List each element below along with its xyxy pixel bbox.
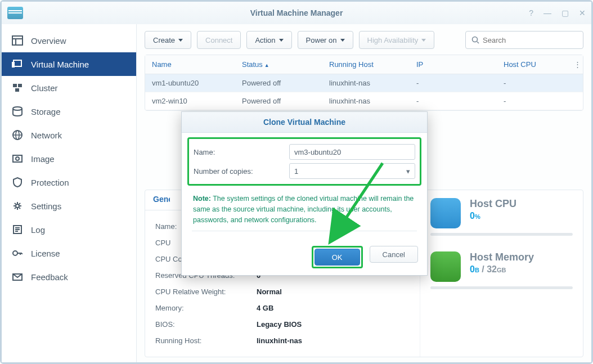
svg-point-14 — [16, 204, 19, 208]
svg-rect-6 — [18, 84, 22, 87]
svg-line-22 — [477, 42, 479, 43]
cluster-icon — [12, 83, 23, 93]
cancel-button[interactable]: Cancel — [370, 246, 418, 263]
help-icon[interactable]: ? — [529, 8, 533, 17]
vm-table: Name Status▲ Running Host IP Host CPU ⋮ … — [145, 55, 583, 111]
col-cpu[interactable]: Host CPU — [497, 60, 572, 69]
copies-select[interactable]: 1 ▾ — [289, 163, 415, 179]
svg-point-13 — [16, 157, 19, 160]
close-icon[interactable]: ✕ — [579, 8, 586, 17]
host-memory-metric: Host Memory 0B / 32GB — [430, 251, 573, 289]
sidebar-item-virtual-machine[interactable]: Virtual Machine — [2, 52, 136, 76]
sidebar-item-feedback[interactable]: Feedback — [2, 265, 136, 289]
clone-name-input[interactable] — [289, 144, 415, 160]
chevron-down-icon — [421, 39, 426, 42]
table-row[interactable]: vm2-win10 Powered off linuxhint-nas - - — [145, 92, 583, 110]
sidebar-item-label: Settings — [31, 201, 61, 211]
gear-icon — [12, 201, 23, 211]
sidebar-item-label: Storage — [31, 107, 61, 116]
image-icon — [12, 154, 23, 164]
sidebar-item-label: Cluster — [31, 83, 58, 93]
sidebar-item-settings[interactable]: Settings — [2, 194, 136, 218]
dialog-note: Note: The system settings of the cloned … — [192, 190, 417, 231]
col-name[interactable]: Name — [145, 60, 235, 69]
sidebar-item-overview[interactable]: Overview — [2, 29, 136, 52]
table-menu-icon[interactable]: ⋮ — [572, 60, 583, 69]
mail-icon — [12, 272, 23, 282]
sidebar-item-cluster[interactable]: Cluster — [2, 76, 136, 100]
log-icon — [12, 224, 23, 235]
col-ip[interactable]: IP — [410, 60, 497, 69]
storage-icon — [12, 106, 23, 116]
host-cpu-metric: Host CPU 0% — [430, 198, 573, 236]
sidebar-item-label: Log — [31, 225, 45, 235]
create-button[interactable]: Create — [145, 31, 191, 49]
window-title: Virtual Machine Manager — [2, 8, 591, 17]
sidebar-item-label: Feedback — [31, 272, 68, 282]
action-button[interactable]: Action — [246, 31, 291, 49]
search-icon — [471, 36, 479, 44]
chevron-down-icon: ▾ — [406, 167, 410, 176]
memory-bar — [430, 286, 573, 289]
highlight-box: Name: Number of copies: 1 ▾ — [187, 137, 421, 186]
clone-vm-dialog: Clone Virtual Machine Name: Number of co… — [181, 111, 428, 276]
sidebar-item-label: Overview — [31, 36, 66, 46]
maximize-icon[interactable]: ▢ — [561, 8, 569, 17]
tab-general[interactable]: General — [153, 195, 170, 204]
cpu-bar — [430, 233, 573, 236]
ok-button[interactable]: OK — [315, 249, 360, 266]
search-input[interactable] — [483, 36, 577, 44]
chevron-down-icon — [340, 39, 345, 42]
search-box[interactable] — [465, 31, 583, 49]
sidebar-item-log[interactable]: Log — [2, 218, 136, 241]
sidebar-item-label: License — [31, 249, 60, 258]
table-row[interactable]: vm1-ubuntu20 Powered off linuxhint-nas -… — [145, 74, 583, 92]
chevron-down-icon — [178, 39, 183, 42]
svg-point-8 — [13, 107, 22, 110]
titlebar: Virtual Machine Manager ? — ▢ ✕ — [2, 2, 591, 24]
chevron-down-icon — [279, 39, 284, 42]
sidebar-item-storage[interactable]: Storage — [2, 100, 136, 123]
sidebar: Overview Virtual Machine Cluster Storage… — [2, 24, 137, 362]
power-on-button[interactable]: Power on — [298, 31, 353, 49]
name-label: Name: — [194, 148, 289, 156]
network-icon — [12, 130, 23, 140]
high-availability-button[interactable]: High Availability — [359, 31, 435, 49]
svg-rect-0 — [12, 36, 23, 45]
minimize-icon[interactable]: — — [543, 8, 551, 17]
svg-rect-3 — [14, 60, 21, 66]
sidebar-item-label: Virtual Machine — [31, 60, 89, 69]
sidebar-item-protection[interactable]: Protection — [2, 170, 136, 194]
key-icon — [12, 248, 23, 258]
sidebar-item-label: Network — [31, 131, 62, 140]
sidebar-item-label: Protection — [31, 178, 69, 187]
connect-button[interactable]: Connect — [197, 31, 241, 49]
app-icon — [7, 7, 23, 19]
svg-rect-5 — [13, 84, 17, 87]
col-host[interactable]: Running Host — [322, 60, 410, 69]
toolbar: Create Connect Action Power on High Avai… — [145, 31, 583, 49]
sidebar-item-license[interactable]: License — [2, 241, 136, 265]
col-status[interactable]: Status▲ — [235, 60, 322, 69]
svg-rect-12 — [13, 155, 22, 162]
copies-label: Number of copies: — [194, 167, 289, 176]
memory-chip-icon — [430, 251, 461, 282]
svg-rect-7 — [15, 88, 19, 92]
overview-icon — [12, 35, 23, 46]
ok-highlight: OK — [312, 246, 363, 268]
svg-point-21 — [473, 37, 478, 42]
svg-rect-4 — [12, 62, 15, 68]
sort-asc-icon: ▲ — [264, 62, 269, 68]
cpu-chip-icon — [430, 198, 461, 228]
dialog-title: Clone Virtual Machine — [182, 112, 427, 133]
sidebar-item-image[interactable]: Image — [2, 147, 136, 170]
vm-icon — [12, 59, 23, 69]
sidebar-item-label: Image — [31, 154, 55, 164]
sidebar-item-network[interactable]: Network — [2, 123, 136, 147]
svg-point-19 — [13, 251, 17, 255]
protection-icon — [12, 177, 23, 187]
table-header: Name Status▲ Running Host IP Host CPU ⋮ — [145, 55, 583, 74]
